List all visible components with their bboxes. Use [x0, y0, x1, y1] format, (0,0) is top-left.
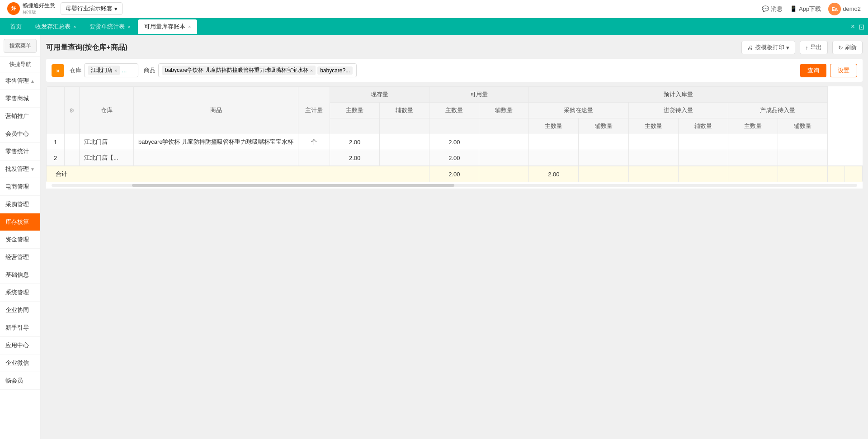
sidebar-apps-label: 应用中心 — [5, 341, 29, 349]
filter-warehouse-tag: 江北门店 × — [88, 66, 120, 75]
filter-toggle-icon: » — [56, 67, 60, 74]
message-btn[interactable]: 💬 消息 — [762, 5, 783, 13]
export-icon: ↑ — [806, 44, 809, 51]
filter-product1-clear[interactable]: × — [310, 68, 313, 73]
filter-warehouse-label: 仓库 — [70, 66, 81, 75]
cell-pp-aux-1 — [678, 150, 728, 166]
query-btn[interactable]: 查询 — [800, 64, 826, 77]
data-table-container: ⚙ 仓库 商品 主计量 现存量 可用量 预计入库量 主数量 辅数量 主数量 辅数… — [46, 86, 863, 182]
cell-avail-main-1: 2.00 — [429, 150, 479, 166]
cell-pp-main-1 — [628, 150, 678, 166]
filter-warehouse-more[interactable]: ... — [122, 67, 127, 74]
th-rownum — [47, 87, 65, 134]
table-footer-row: 合计 2.00 2.00 — [47, 166, 863, 182]
sidebar-item-newbie[interactable]: 新手引导 — [0, 319, 40, 337]
sidebar-retail-label: 零售管理 — [5, 77, 29, 85]
tab-close-all-btn[interactable]: × — [851, 23, 855, 31]
sidebar: 搜索菜单 快捷导航 零售管理 ▲ 零售商城 营销推广 会员中心 零售统计 批发管… — [0, 35, 41, 439]
sidebar-item-purchase[interactable]: 采购管理 — [0, 196, 40, 213]
th-cs-main2 — [330, 118, 380, 134]
refresh-label: 刷新 — [845, 43, 857, 52]
logo-text: 畅捷通好生意 — [23, 2, 55, 9]
horizontal-scrollbar[interactable] — [46, 182, 863, 189]
footer-pdp-main — [827, 166, 845, 182]
message-label: 消息 — [771, 5, 783, 13]
tab-order-close[interactable]: × — [127, 24, 130, 29]
app-download-btn[interactable]: 📱 App下载 — [790, 5, 821, 13]
refresh-btn[interactable]: ↻ 刷新 — [832, 41, 863, 54]
sidebar-item-inventory[interactable]: 库存核算 — [0, 213, 40, 231]
filter-product-group: 商品 babycare学饮杯 儿童防摔防撞吸管杯重力球吸嘴杯宝宝水杯 × bab… — [144, 63, 357, 77]
sidebar-item-vip[interactable]: 畅会员 — [0, 372, 40, 390]
logo-icon: 好 — [7, 2, 20, 15]
filter-product-value1: babycare学饮杯 儿童防摔防撞吸管杯重力球吸嘴杯宝宝水杯 — [165, 66, 308, 74]
filter-warehouse-clear[interactable]: × — [114, 68, 117, 73]
th-pt-main: 主数量 — [529, 118, 579, 134]
sidebar-item-base[interactable]: 基础信息 — [0, 266, 40, 284]
setting-btn[interactable]: 设置 — [830, 64, 857, 77]
cell-product-1 — [134, 150, 298, 166]
dropdown-icon: ▾ — [114, 5, 118, 12]
export-btn[interactable]: ↑ 导出 — [800, 41, 828, 54]
th-current-main: 主数量 — [330, 103, 380, 118]
sidebar-item-retail[interactable]: 零售管理 ▲ — [0, 72, 40, 90]
sidebar-item-marketing[interactable]: 营销推广 — [0, 108, 40, 125]
filter-warehouse-value: 江北门店 — [91, 66, 113, 74]
print-arrow: ▾ — [786, 44, 789, 51]
filter-bar: » 仓库 江北门店 × ... 商品 babycare学饮杯 儿童防摔防撞吸管杯… — [46, 59, 863, 82]
sidebar-item-wechat[interactable]: 企业微信 — [0, 354, 40, 372]
sidebar-corp-label: 企业协同 — [5, 306, 29, 314]
th-cs-aux2 — [380, 118, 429, 134]
company-selector[interactable]: 母婴行业演示账套 ▾ — [61, 2, 123, 15]
sidebar-wholesale-arrow: ▼ — [30, 167, 35, 172]
scroll-track — [52, 184, 857, 187]
cell-check-1 — [65, 150, 80, 166]
cell-curr-aux-1 — [380, 150, 429, 166]
tab-home-label: 首页 — [10, 23, 22, 31]
tab-order[interactable]: 要货单统计表 × — [83, 19, 137, 34]
tab-available-close[interactable]: × — [188, 24, 191, 29]
footer-pp-main — [728, 166, 778, 182]
sidebar-item-apps[interactable]: 应用中心 — [0, 337, 40, 354]
print-label: 按模板打印 — [755, 43, 784, 52]
tab-inout-close[interactable]: × — [73, 24, 76, 29]
sidebar-search-btn[interactable]: 搜索菜单 — [4, 39, 37, 53]
tab-restore-btn[interactable]: ⊡ — [859, 23, 864, 31]
sidebar-quick-nav[interactable]: 快捷导航 — [0, 57, 40, 72]
th-av-aux2 — [479, 118, 529, 134]
sidebar-item-member[interactable]: 会员中心 — [0, 125, 40, 143]
sidebar-item-stats[interactable]: 零售统计 — [0, 143, 40, 160]
user-menu[interactable]: Ea demo2 — [828, 3, 861, 15]
th-purchase-pending: 进货待入量 — [628, 103, 728, 118]
cell-pp-main-0 — [628, 134, 678, 150]
th-purchase-transit: 采购在途量 — [529, 103, 628, 118]
tab-bar-actions: × ⊡ — [851, 23, 864, 31]
table-row: 1 江北门店 babycare学饮杯 儿童防摔防撞吸管杯重力球吸嘴杯宝宝水杯 个… — [47, 134, 863, 150]
tab-available[interactable]: 可用量库存账本 × — [138, 19, 197, 34]
tab-home[interactable]: 首页 — [4, 19, 28, 34]
sidebar-item-corp[interactable]: 企业协同 — [0, 302, 40, 319]
sidebar-item-wholesale[interactable]: 批发管理 ▼ — [0, 160, 40, 178]
print-template-btn[interactable]: 🖨 按模板打印 ▾ — [741, 41, 795, 54]
th-av-main2 — [429, 118, 479, 134]
sidebar-search-area: 搜索菜单 — [0, 35, 40, 57]
th-current-aux: 辅数量 — [380, 103, 429, 118]
tab-inout[interactable]: 收发存汇总表 × — [29, 19, 82, 34]
settings-icon[interactable]: ⚙ — [69, 107, 75, 114]
th-settings[interactable]: ⚙ — [65, 87, 80, 134]
cell-check-0 — [65, 134, 80, 150]
cell-curr-aux-0 — [380, 134, 429, 150]
sidebar-item-sys[interactable]: 系统管理 — [0, 284, 40, 302]
scroll-thumb[interactable] — [132, 184, 454, 187]
filter-toggle-btn[interactable]: » — [52, 64, 64, 77]
cell-warehouse-1: 江北门店【... — [80, 150, 134, 166]
filter-warehouse-input[interactable]: 江北门店 × ... — [84, 63, 138, 77]
sidebar-item-store[interactable]: 零售商城 — [0, 90, 40, 108]
sidebar-item-finance[interactable]: 资金管理 — [0, 231, 40, 249]
sidebar-item-ecom[interactable]: 电商管理 — [0, 178, 40, 196]
filter-product-input[interactable]: babycare学饮杯 儿童防摔防撞吸管杯重力球吸嘴杯宝宝水杯 × babyca… — [158, 63, 357, 77]
sidebar-wholesale-label: 批发管理 — [5, 165, 29, 173]
sidebar-vip-label: 畅会员 — [5, 377, 23, 385]
sidebar-item-ops[interactable]: 经营管理 — [0, 249, 40, 266]
data-table: ⚙ 仓库 商品 主计量 现存量 可用量 预计入库量 主数量 辅数量 主数量 辅数… — [46, 86, 863, 182]
